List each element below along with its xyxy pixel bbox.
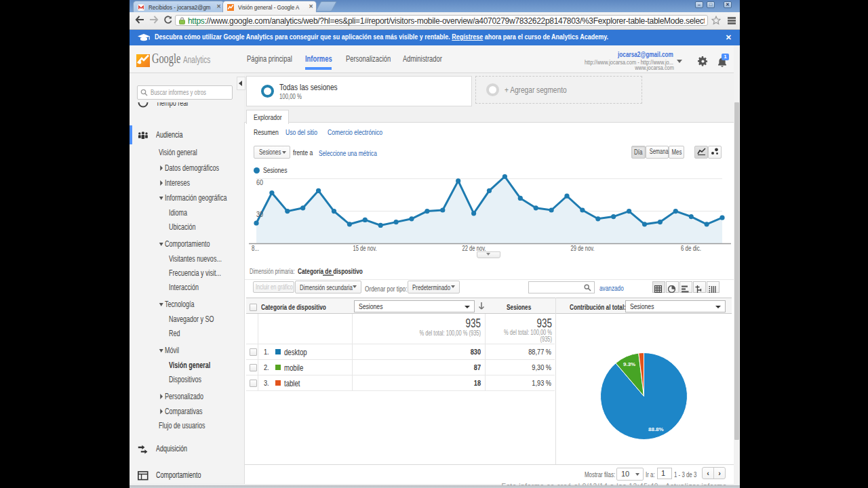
svg-text:15 de nov.: 15 de nov. — [353, 244, 377, 252]
svg-text:6 de dic.: 6 de dic. — [681, 244, 701, 252]
svg-text:8...: 8... — [252, 244, 259, 252]
svg-text:60: 60 — [256, 178, 263, 186]
svg-text:29 de nov.: 29 de nov. — [571, 244, 595, 252]
svg-text:30: 30 — [256, 210, 263, 218]
